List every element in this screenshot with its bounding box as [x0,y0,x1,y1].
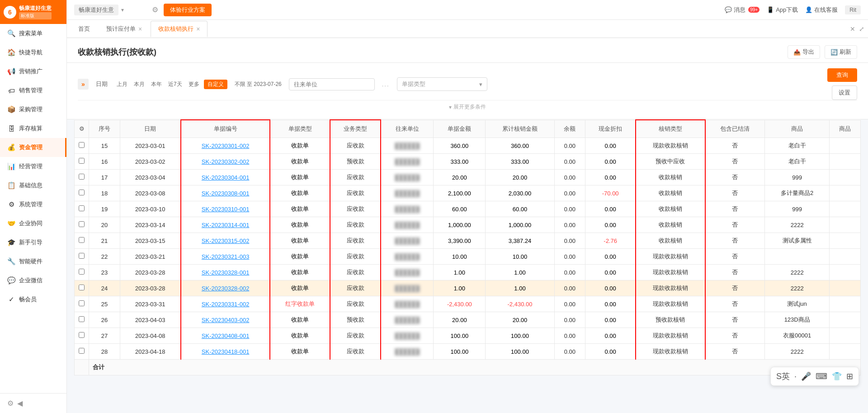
cell-checkbox[interactable] [75,170,89,185]
cell-checkbox[interactable] [75,344,89,360]
sidebar-item-system[interactable]: ⚙ 系统管理 [0,195,66,214]
cell-total-writeoff: 1.00 [486,280,554,296]
date-this-month[interactable]: 本月 [132,80,146,89]
grid-icon[interactable]: ⊞ [846,371,853,381]
cell-bill-no[interactable]: SK-20230418-001 [181,344,270,360]
cell-partner: ██████ [381,217,433,233]
cell-bill-no[interactable]: SK-20230310-001 [181,201,270,217]
cell-bill-no[interactable]: SK-20230331-002 [181,296,270,312]
bill-type-select[interactable]: 单据类型 ▾ [397,77,487,91]
cell-biz-type: 应收款 [330,233,381,249]
cell-checkbox[interactable] [75,154,89,170]
sidebar-item-search[interactable]: 🔍 搜索菜单 [0,24,66,43]
date-this-year[interactable]: 本年 [149,80,164,89]
cell-bill-no[interactable]: SK-20230328-002 [181,280,270,296]
cell-balance: 0.00 [554,233,585,249]
filter-row: » 日期 上月 本月 本年 近7天 更多 自定义 不限 至 2023-07-26… [78,68,857,100]
cell-biz-type: 应收款 [330,344,381,360]
mic-icon[interactable]: 🎤 [801,371,811,381]
sidebar-item-inventory[interactable]: 🗄 库存核算 [0,119,66,138]
sidebar-item-guide[interactable]: 🎓 新手引导 [0,233,66,252]
partner-input[interactable] [289,78,375,90]
gear-icon[interactable]: ⚙ [152,5,158,14]
cell-goods2 [830,138,861,154]
sidebar-item-marketing[interactable]: 📢 营销推广 [0,62,66,81]
cell-goods [765,249,830,265]
tab-collection[interactable]: 收款核销执行 × [151,21,208,37]
col-header-gear[interactable]: ⚙ [75,120,89,138]
cell-writeoff-type: 预收款核销 [636,312,705,328]
tab-close-pending[interactable]: × [138,25,142,33]
cell-checkbox[interactable] [75,217,89,233]
sidebar-item-quick[interactable]: 🏠 快捷导航 [0,43,66,62]
cell-checkbox[interactable] [75,265,89,280]
cell-bill-no[interactable]: SK-20230321-003 [181,249,270,265]
cell-checkbox[interactable] [75,233,89,249]
cell-bill-no[interactable]: SK-20230301-002 [181,138,270,154]
filter-setting-button[interactable]: 设置 [832,85,857,100]
cell-cash-discount: 0.00 [585,265,636,280]
cell-writeoff-type: 现款收款核销 [636,344,705,360]
sidebar-item-sales[interactable]: 🏷 销售管理 [0,81,66,100]
cell-partner: ██████ [381,328,433,344]
table-area[interactable]: ⚙ 序号 日期 单据编号 单据类型 业务类型 往来单位 单据金额 累计核销金额 … [67,119,868,413]
sidebar-item-wechat[interactable]: 💬 企业微信 [0,271,66,290]
search-icon: 🔍 [7,29,15,38]
cell-bill-no[interactable]: SK-20230328-001 [181,265,270,280]
sidebar-item-purchase[interactable]: 📦 采购管理 [0,100,66,119]
maximize-icon[interactable]: ⤢ [859,25,864,33]
sidebar-item-basic[interactable]: 📋 基础信息 [0,176,66,195]
collapse-icon[interactable]: ◀ [17,399,23,408]
cell-bill-no[interactable]: SK-20230314-001 [181,217,270,233]
date-custom-button[interactable]: 自定义 [204,80,227,89]
tab-close-collection[interactable]: × [196,25,200,33]
message-button[interactable]: 💬 消息 99+ [725,6,760,14]
tab-pending[interactable]: 预计应付单 × [99,21,150,37]
cell-date: 2023-04-08 [120,328,180,344]
filter-expand-button[interactable]: » [78,79,89,90]
expand-more-button[interactable]: ▾ 展开更多条件 [449,103,486,111]
data-table: ⚙ 序号 日期 单据编号 单据类型 业务类型 往来单位 单据金额 累计核销金额 … [74,119,861,375]
cell-checkbox[interactable] [75,312,89,328]
keyboard-icon[interactable]: ⌨ [816,371,827,381]
close-window-icon[interactable]: ✕ [850,25,855,33]
date-7days[interactable]: 近7天 [166,80,184,89]
sidebar-item-member[interactable]: ✓ 畅会员 [0,290,66,309]
cell-checkbox[interactable] [75,138,89,154]
support-button[interactable]: 👤 在线客服 [805,6,838,14]
dot-icon[interactable]: · [794,372,797,381]
sidebar-item-enterprise[interactable]: 🤝 企业协同 [0,214,66,233]
cell-checkbox[interactable] [75,185,89,201]
cell-no: 22 [89,249,120,265]
cell-goods2 [830,265,861,280]
cell-date: 2023-03-04 [120,170,180,185]
date-last-month[interactable]: 上月 [115,80,129,89]
cell-checkbox[interactable] [75,249,89,265]
query-button[interactable]: 查询 [827,68,857,82]
app-download-button[interactable]: 📱 App下载 [767,6,798,14]
sidebar-item-finance[interactable]: 💰 资金管理 [0,138,66,157]
solution-button[interactable]: 体验行业方案 [164,4,212,16]
date-more[interactable]: 更多 [187,80,201,89]
shirt-icon[interactable]: 👕 [832,371,842,381]
sidebar-item-operation[interactable]: 📊 经营管理 [0,157,66,176]
cell-bill-no[interactable]: SK-20230302-002 [181,154,270,170]
cell-bill-no[interactable]: SK-20230315-002 [181,233,270,249]
export-button[interactable]: 📤 导出 [788,45,820,59]
cell-bill-no[interactable]: SK-20230403-002 [181,312,270,328]
cell-checkbox[interactable] [75,201,89,217]
refresh-button[interactable]: 🔄 刷新 [825,45,857,59]
user-name[interactable]: Rit [845,5,861,14]
sidebar-item-hardware[interactable]: 🔧 智能硬件 [0,252,66,271]
cell-bill-no[interactable]: SK-20230308-001 [181,185,270,201]
cell-checkbox[interactable] [75,296,89,312]
cell-bill-no[interactable]: SK-20230408-001 [181,328,270,344]
cell-bill-no[interactable]: SK-20230304-001 [181,170,270,185]
cell-checkbox[interactable] [75,328,89,344]
settings-icon[interactable]: ⚙ [7,399,14,408]
col-header-balance: 余额 [554,120,585,138]
chevron-down-icon[interactable]: ▾ [121,7,124,13]
s-english-icon[interactable]: S英 [776,371,790,382]
cell-checkbox[interactable] [75,280,89,296]
tab-home[interactable]: 首页 [71,21,98,37]
